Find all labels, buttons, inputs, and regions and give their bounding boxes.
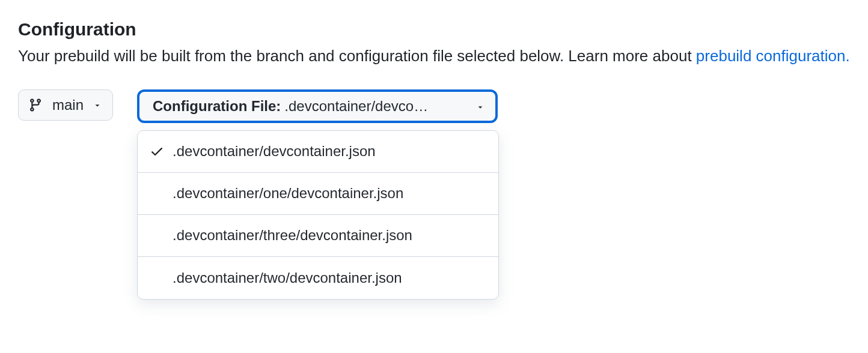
check-icon [150,144,173,158]
dropdown-item-label: .devcontainer/devcontainer.json [173,143,486,160]
config-file-value: .devcontainer/devco… [284,98,428,115]
branch-selector-button[interactable]: main [18,89,113,121]
dropdown-item-label: .devcontainer/three/devcontainer.json [173,227,486,244]
configuration-description: Your prebuild will be built from the bra… [18,44,850,68]
configuration-file-dropdown: .devcontainer/devcontainer.json .devcont… [137,130,499,300]
dropdown-item-label: .devcontainer/one/devcontainer.json [173,185,486,202]
dropdown-item[interactable]: .devcontainer/one/devcontainer.json [138,173,498,215]
dropdown-item[interactable]: .devcontainer/devcontainer.json [138,131,498,173]
config-file-wrapper: Configuration File: .devcontainer/devco… [137,89,498,123]
branch-label: main [52,97,84,113]
dropdown-item[interactable]: .devcontainer/two/devcontainer.json [138,257,498,299]
dropdown-item-label: .devcontainer/two/devcontainer.json [173,270,486,286]
configuration-heading: Configuration [18,18,850,41]
triangle-down-icon [476,98,484,115]
git-branch-icon [28,98,43,112]
prebuild-configuration-link[interactable]: prebuild configuration. [696,47,850,65]
configuration-file-button[interactable]: Configuration File: .devcontainer/devco… [137,89,498,123]
description-text: Your prebuild will be built from the bra… [18,47,696,65]
config-file-prefix: Configuration File: [153,98,281,115]
triangle-down-icon [93,101,102,109]
dropdown-item[interactable]: .devcontainer/three/devcontainer.json [138,215,498,257]
controls-row: main Configuration File: .devcontainer/d… [18,89,850,123]
